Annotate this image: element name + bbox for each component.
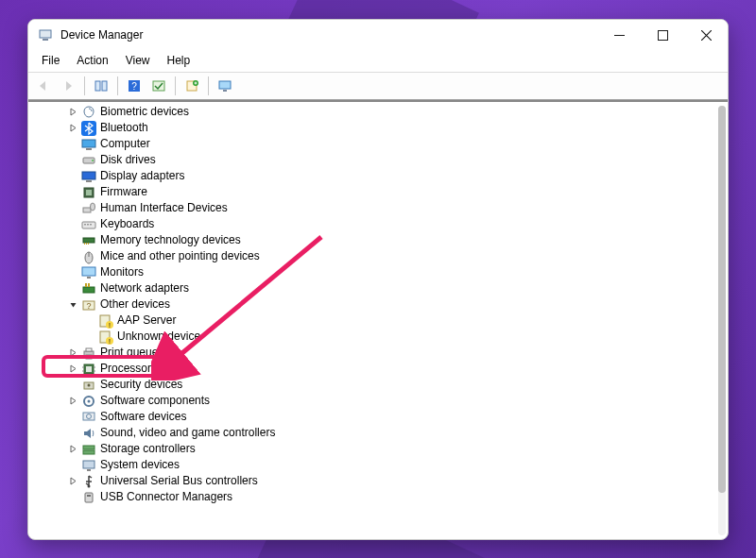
svg-rect-35 bbox=[87, 277, 91, 279]
menu-file[interactable]: File bbox=[34, 52, 67, 69]
tree-node[interactable]: Software components bbox=[28, 393, 716, 409]
svg-rect-48 bbox=[86, 348, 92, 351]
tree-node[interactable]: Monitors bbox=[28, 264, 716, 280]
tree-node[interactable]: Print queues bbox=[28, 345, 716, 361]
svg-rect-64 bbox=[83, 461, 94, 468]
device-tree[interactable]: Biometric devicesBluetoothComputerDisk d… bbox=[28, 102, 716, 539]
close-button[interactable] bbox=[684, 20, 728, 50]
chevron-right-icon[interactable] bbox=[66, 347, 79, 360]
system-icon bbox=[81, 458, 96, 473]
tree-node[interactable]: Keyboards bbox=[28, 216, 716, 232]
toolbar-scan[interactable] bbox=[147, 76, 170, 96]
minimize-button[interactable] bbox=[597, 20, 641, 50]
window-title: Device Manager bbox=[60, 28, 143, 42]
mouse-icon bbox=[81, 249, 96, 264]
tree-node[interactable]: Network adapters bbox=[28, 280, 716, 296]
biometric-icon bbox=[81, 105, 96, 120]
expander-none bbox=[66, 266, 79, 279]
tree-node[interactable]: Memory technology devices bbox=[28, 232, 716, 248]
other-icon: ? bbox=[81, 297, 96, 313]
svg-rect-49 bbox=[86, 355, 92, 359]
svg-point-17 bbox=[92, 160, 94, 161]
menu-help[interactable]: Help bbox=[160, 52, 198, 69]
expander-none bbox=[66, 250, 79, 263]
tree-node[interactable]: Mice and other pointing devices bbox=[28, 248, 716, 264]
toolbar-separator bbox=[117, 76, 118, 95]
tree-node[interactable]: Storage controllers bbox=[28, 441, 716, 457]
toolbar-forward[interactable] bbox=[57, 76, 79, 96]
titlebar: Device Manager bbox=[28, 20, 728, 50]
expander-none bbox=[66, 411, 79, 424]
tree-node[interactable]: !Unknown device bbox=[28, 329, 716, 345]
maximize-button[interactable] bbox=[641, 20, 684, 50]
tree-node[interactable]: System devices bbox=[28, 457, 716, 473]
chevron-right-icon[interactable] bbox=[66, 475, 79, 488]
toolbar: ? bbox=[28, 72, 728, 100]
expander-none bbox=[66, 218, 79, 231]
tree-node[interactable]: Security devices bbox=[28, 377, 716, 393]
svg-rect-2 bbox=[614, 35, 625, 36]
scrollbar-thumb[interactable] bbox=[718, 106, 726, 493]
toolbar-add-legacy[interactable] bbox=[180, 76, 203, 96]
svg-text:!: ! bbox=[109, 338, 111, 345]
network-icon bbox=[81, 281, 96, 296]
tree-node[interactable]: Software devices bbox=[28, 409, 716, 425]
toolbar-display[interactable] bbox=[214, 76, 236, 96]
tree-node-label: USB Connector Managers bbox=[100, 489, 232, 505]
chevron-right-icon[interactable] bbox=[66, 122, 79, 135]
svg-rect-1 bbox=[43, 39, 48, 41]
tree-node-label: AAP Server bbox=[117, 313, 176, 329]
chevron-right-icon[interactable] bbox=[66, 106, 79, 119]
toolbar-back[interactable] bbox=[32, 76, 55, 96]
toolbar-show-hidden[interactable] bbox=[90, 76, 112, 96]
tree-node-label: Bluetooth bbox=[100, 120, 148, 136]
tree-node[interactable]: USB Connector Managers bbox=[28, 489, 716, 505]
tree-node[interactable]: Bluetooth bbox=[28, 120, 716, 136]
tree-node-label: Firmware bbox=[100, 184, 147, 200]
sound-icon bbox=[81, 426, 96, 441]
disk-icon bbox=[81, 153, 96, 168]
tree-node[interactable]: Human Interface Devices bbox=[28, 200, 716, 216]
svg-rect-4 bbox=[95, 81, 100, 91]
tree-node[interactable]: Sound, video and game controllers bbox=[28, 425, 716, 441]
toolbar-help[interactable]: ? bbox=[123, 76, 146, 96]
tree-node[interactable]: ?Other devices bbox=[28, 296, 716, 313]
svg-rect-34 bbox=[82, 267, 95, 276]
svg-point-59 bbox=[88, 399, 91, 402]
bluetooth-icon bbox=[81, 121, 96, 136]
tree-node[interactable]: Computer bbox=[28, 136, 716, 152]
tree-node[interactable]: Universal Serial Bus controllers bbox=[28, 473, 716, 489]
app-icon bbox=[38, 27, 53, 42]
tree-node[interactable]: Disk drives bbox=[28, 152, 716, 168]
svg-rect-5 bbox=[102, 81, 107, 91]
tree-node-label: Computer bbox=[100, 136, 150, 152]
tree-node[interactable]: Display adapters bbox=[28, 168, 716, 184]
chevron-right-icon[interactable] bbox=[66, 363, 79, 376]
menu-action[interactable]: Action bbox=[69, 52, 115, 69]
software-device-icon bbox=[81, 410, 96, 425]
expander-none bbox=[66, 234, 79, 247]
svg-rect-27 bbox=[90, 224, 92, 226]
menu-view[interactable]: View bbox=[118, 52, 158, 69]
scrollbar[interactable] bbox=[718, 106, 726, 535]
svg-rect-38 bbox=[88, 283, 90, 287]
tree-node[interactable]: !AAP Server bbox=[28, 313, 716, 329]
svg-rect-65 bbox=[87, 469, 91, 471]
tree-node[interactable]: Firmware bbox=[28, 184, 716, 200]
tree-node[interactable]: Processors bbox=[28, 361, 716, 377]
expander-none bbox=[66, 170, 79, 183]
chevron-down-icon[interactable] bbox=[66, 298, 79, 312]
monitor-icon bbox=[81, 265, 96, 280]
tree-node[interactable]: Biometric devices bbox=[28, 104, 716, 120]
svg-point-66 bbox=[88, 484, 91, 487]
chevron-right-icon[interactable] bbox=[66, 395, 79, 408]
tree-node-label: Unknown device bbox=[117, 329, 200, 345]
tree-node-label: Universal Serial Bus controllers bbox=[100, 473, 258, 489]
svg-rect-51 bbox=[86, 366, 92, 372]
chevron-right-icon[interactable] bbox=[66, 443, 79, 456]
printer-icon bbox=[81, 346, 96, 361]
svg-rect-25 bbox=[84, 224, 86, 226]
tree-node-label: Display adapters bbox=[100, 168, 184, 184]
device-manager-window: Device Manager File Action View Help bbox=[27, 19, 729, 540]
usb-connector-icon bbox=[81, 490, 96, 505]
